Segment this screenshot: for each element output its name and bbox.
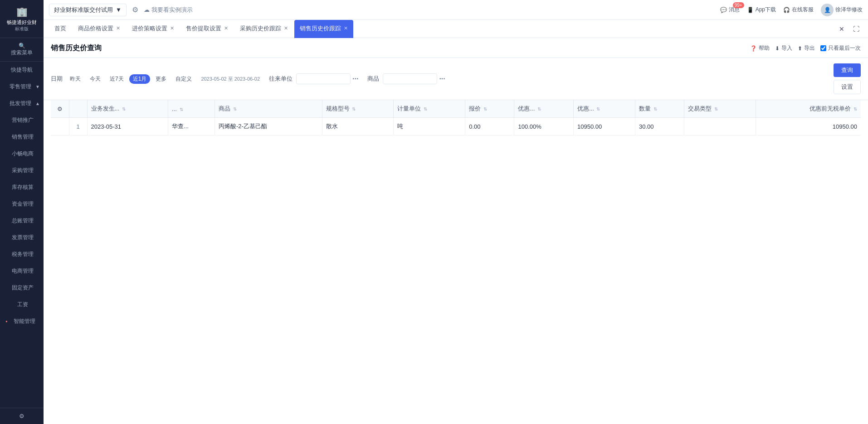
tab-close-icon[interactable]: ✕ — [224, 25, 228, 31]
settings-icon: ⚙ — [19, 413, 24, 419]
app-download-button[interactable]: 📱 App下载 — [747, 6, 776, 14]
sidebar-item-ai[interactable]: 智能管理 — [0, 313, 44, 330]
date-today[interactable]: 今天 — [86, 74, 104, 84]
sidebar-item-sales[interactable]: 销售管理 — [0, 129, 44, 145]
messages-button[interactable]: 💬 消息 99+ — [720, 6, 740, 14]
col-discount1[interactable]: 优惠... ⇅ — [514, 100, 574, 118]
search-menu[interactable]: 🔍 搜索菜单 — [0, 38, 44, 62]
avatar: 👤 — [821, 4, 834, 16]
app-selector[interactable]: 好业财标准版交付试用 ▼ — [49, 4, 127, 16]
user-profile-button[interactable]: 👤 徐泽华修改 — [821, 4, 863, 16]
sidebar-item-purchase[interactable]: 采购管理 — [0, 162, 44, 179]
col-pretax-price[interactable]: 优惠前无税单价 ⇅ — [756, 100, 861, 118]
sort-icon: ⇅ — [180, 107, 183, 112]
col-bizdate[interactable]: 业务发生... ⇅ — [87, 100, 168, 118]
date-yesterday[interactable]: 昨天 — [66, 74, 84, 84]
tab-close-icon[interactable]: ✕ — [284, 25, 288, 31]
phone-icon: 📱 — [747, 7, 754, 13]
table-row[interactable]: 1 2023-05-31 华查... 丙烯酸-2-乙基己酯 散水 吨 0.00 … — [51, 118, 861, 135]
col-settings[interactable]: ⚙ — [51, 100, 69, 118]
settings-button[interactable]: 设置 — [834, 80, 861, 94]
col-discount2[interactable]: 优惠... ⇅ — [573, 100, 635, 118]
date-1month[interactable]: 近1月 — [129, 74, 151, 84]
date-more[interactable]: 更多 — [152, 74, 170, 84]
export-link[interactable]: ⬆ 导出 — [798, 44, 815, 52]
partner-input-wrap: ··· — [296, 73, 358, 84]
tab-purchase-history[interactable]: 采购历史价跟踪 ✕ — [234, 20, 293, 38]
app-name: 畅捷通好业财 — [4, 19, 40, 26]
product-dots[interactable]: ··· — [439, 75, 445, 83]
topbar-right: 💬 消息 99+ 📱 App下载 🎧 在线客服 👤 徐泽华修改 — [720, 4, 863, 16]
sort-icon: ⇅ — [853, 106, 857, 111]
sidebar-item-fixed-assets[interactable]: 固定资产 — [0, 279, 44, 296]
col-product[interactable]: 商品 ⇅ — [215, 100, 322, 118]
tab-price-extract[interactable]: 售价提取设置 ✕ — [180, 20, 234, 38]
close-panel-button[interactable]: ✕ — [835, 23, 848, 35]
query-button[interactable]: 查询 — [834, 63, 861, 77]
import-link[interactable]: ⬇ 导入 — [775, 44, 792, 52]
partner-label: 往来单位 — [269, 75, 293, 83]
quick-nav[interactable]: 快捷导航 — [0, 62, 44, 78]
online-service-button[interactable]: 🎧 在线客服 — [783, 6, 814, 14]
messages-badge: 99+ — [733, 2, 744, 8]
row-settings — [51, 118, 69, 135]
sidebar-settings[interactable]: ⚙ — [0, 408, 44, 424]
col-unit[interactable]: 计量单位 ⇅ — [394, 100, 465, 118]
demo-button[interactable]: ☁ 我要看实例演示 — [144, 6, 193, 14]
sort-icon: ⇅ — [714, 106, 718, 111]
col-price[interactable]: 报价 ⇅ — [465, 100, 514, 118]
help-icon: ❓ — [750, 45, 757, 52]
query-action-buttons: 查询 设置 — [834, 63, 861, 94]
sidebar-item-wholesale[interactable]: 批发管理 ▲ — [0, 95, 44, 112]
partner-dots[interactable]: ··· — [352, 75, 358, 83]
tab-close-icon[interactable]: ✕ — [344, 25, 348, 31]
sidebar-item-tax[interactable]: 税务管理 — [0, 246, 44, 263]
date-range-text: 2023-05-02 至 2023-06-02 — [201, 76, 260, 82]
row-bizdate: 2023-05-31 — [87, 118, 168, 135]
col-extra[interactable]: ... ⇅ — [168, 100, 215, 118]
product-filter-group: 商品 ··· — [367, 73, 445, 84]
tab-close-icon[interactable]: ✕ — [116, 25, 120, 31]
tab-home[interactable]: 首页 — [49, 20, 72, 38]
sidebar-item-marketing[interactable]: 营销推广 — [0, 112, 44, 129]
sidebar-item-payroll[interactable]: 工资 — [0, 296, 44, 313]
sidebar-item-inventory[interactable]: 库存核算 — [0, 179, 44, 196]
expand-panel-button[interactable]: ⛶ — [850, 23, 863, 35]
col-spec[interactable]: 规格型号 ⇅ — [322, 100, 394, 118]
sidebar-item-ledger[interactable]: 总账管理 — [0, 212, 44, 229]
date-custom[interactable]: 自定义 — [172, 74, 195, 84]
row-spec: 散水 — [322, 118, 394, 135]
only-last-wrap[interactable]: 只看最后一次 — [820, 44, 861, 52]
import-icon: ⬇ — [775, 45, 780, 52]
date-7days[interactable]: 近7天 — [106, 74, 127, 84]
row-pretax-price: 10950.00 — [756, 118, 861, 135]
product-input[interactable] — [383, 73, 437, 84]
sidebar-item-finance[interactable]: 资金管理 — [0, 196, 44, 212]
tab-close-icon[interactable]: ✕ — [170, 25, 174, 31]
tab-sales-history[interactable]: 销售历史价跟踪 ✕ — [294, 20, 353, 38]
sidebar-item-ecommerce-mini[interactable]: 小畅电商 — [0, 145, 44, 162]
sidebar-item-retail[interactable]: 零售管理 ▼ — [0, 78, 44, 95]
col-trade-type[interactable]: 交易类型 ⇅ — [684, 100, 756, 118]
row-product: 丙烯酸-2-乙基己酯 — [215, 118, 322, 135]
chevron-icon: ▼ — [35, 84, 40, 89]
row-qty: 30.00 — [635, 118, 684, 135]
col-qty[interactable]: 数量 ⇅ — [635, 100, 684, 118]
sort-icon: ⇅ — [122, 106, 126, 111]
sidebar-item-invoice[interactable]: 发票管理 — [0, 229, 44, 246]
partner-input[interactable] — [296, 73, 351, 84]
tab-purchase-strategy[interactable]: 进价策略设置 ✕ — [127, 20, 180, 38]
cloud-icon: ☁ — [144, 6, 150, 13]
config-button[interactable]: ⚙ — [132, 5, 138, 14]
row-unit: 吨 — [394, 118, 465, 135]
help-link[interactable]: ❓ 帮助 — [750, 44, 770, 52]
sidebar-item-ecommerce[interactable]: 电商管理 — [0, 263, 44, 279]
row-discount1: 100.00% — [514, 118, 574, 135]
product-input-wrap: ··· — [383, 73, 445, 84]
sort-icon: ⇅ — [483, 106, 487, 111]
main-area: 好业财标准版交付试用 ▼ ⚙ ☁ 我要看实例演示 💬 消息 99+ 📱 App下… — [44, 0, 868, 424]
only-last-checkbox[interactable] — [820, 45, 826, 51]
content-area: 销售历史价查询 ❓ 帮助 ⬇ 导入 ⬆ 导出 只看最后一次 — [44, 38, 868, 424]
message-icon: 💬 — [720, 7, 727, 13]
tab-product-price[interactable]: 商品价格设置 ✕ — [73, 20, 126, 38]
